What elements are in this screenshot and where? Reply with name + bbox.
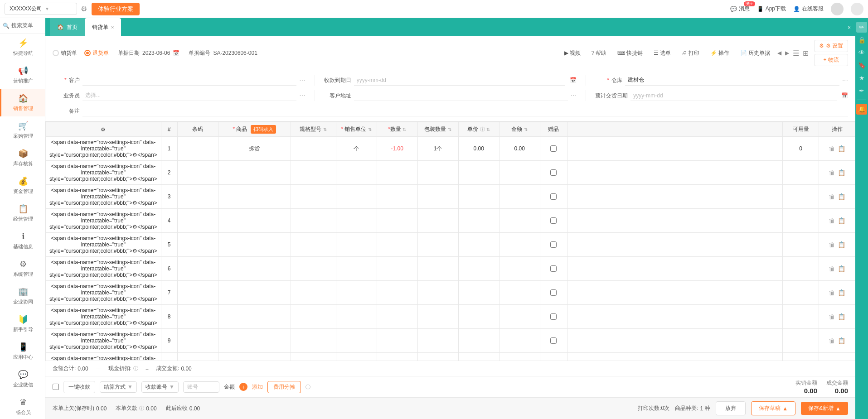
sidebar-item-basic-info[interactable]: ℹ 基础信息 xyxy=(0,227,45,255)
row-spec[interactable] xyxy=(291,281,336,305)
row-spec[interactable] xyxy=(291,185,336,209)
row-unit[interactable] xyxy=(336,281,377,305)
row-unit[interactable] xyxy=(336,305,377,329)
customer-input[interactable] xyxy=(82,75,296,86)
sidebar-item-marketing[interactable]: 📢 营销推广 xyxy=(0,61,45,89)
row-price[interactable] xyxy=(458,353,499,361)
one-key-checkbox[interactable] xyxy=(53,384,59,390)
gift-checkbox[interactable] xyxy=(550,241,557,248)
nav-prev-btn[interactable]: ◀ xyxy=(777,50,781,56)
row-spec[interactable] xyxy=(291,209,336,233)
gift-checkbox[interactable] xyxy=(550,193,557,200)
row-price[interactable] xyxy=(458,257,499,281)
sidebar-search[interactable]: 🔍 搜索菜单 xyxy=(0,18,45,34)
row-pack-qty[interactable] xyxy=(417,161,458,185)
expected-date-calendar-icon[interactable]: 📅 xyxy=(841,92,848,99)
right-panel-eye-btn[interactable]: 👁 xyxy=(856,47,867,58)
right-panel-bookmark-btn[interactable]: 🔖 xyxy=(856,60,867,71)
row-copy-icon[interactable]: 📋 xyxy=(838,169,845,176)
row-pack-qty[interactable] xyxy=(417,257,458,281)
sidebar-item-tutorial[interactable]: 🔰 新手引导 xyxy=(0,310,45,337)
row-spec[interactable] xyxy=(291,305,336,329)
row-price[interactable] xyxy=(458,185,499,209)
row-pack-qty[interactable] xyxy=(417,329,458,353)
trial-button[interactable]: 体验行业方案 xyxy=(92,3,140,15)
tab-sale-order[interactable]: 销货单 × xyxy=(85,18,121,36)
settings-gear-button[interactable]: ⚙ xyxy=(81,5,87,13)
row-spec[interactable] xyxy=(291,233,336,257)
row-spec[interactable] xyxy=(291,329,336,353)
one-key-btn[interactable]: 一键收款 xyxy=(63,381,95,393)
row-product[interactable] xyxy=(218,353,291,361)
row-qty[interactable] xyxy=(377,257,417,281)
customer-more-icon[interactable]: ··· xyxy=(299,76,305,84)
warehouse-more-icon[interactable]: ··· xyxy=(842,76,848,84)
payment-date-calendar-icon[interactable]: 📅 xyxy=(570,77,577,83)
gift-checkbox[interactable] xyxy=(550,145,557,152)
row-spec[interactable] xyxy=(291,257,336,281)
docno-value[interactable]: SA-20230606-001 xyxy=(213,50,257,56)
row-copy-icon[interactable]: 📋 xyxy=(838,241,845,248)
row-qty[interactable] xyxy=(377,353,417,361)
notifications-button[interactable]: 💬 消息 99+ xyxy=(730,5,750,13)
row-unit[interactable] xyxy=(336,257,377,281)
operations-btn[interactable]: ⚡ 操作 xyxy=(707,48,733,58)
abandon-btn[interactable]: 放弃 xyxy=(716,401,746,415)
right-panel-alert-btn[interactable]: 🔔 xyxy=(856,104,867,115)
row-delete-icon[interactable]: 🗑 xyxy=(829,241,835,248)
row-price[interactable] xyxy=(458,305,499,329)
row-spec[interactable] xyxy=(291,137,336,161)
row-barcode[interactable] xyxy=(177,353,218,361)
discount-info-icon[interactable]: ⓘ xyxy=(133,365,138,372)
row-barcode[interactable] xyxy=(177,185,218,209)
row-barcode[interactable] xyxy=(177,281,218,305)
fee-split-info-icon[interactable]: ⓘ xyxy=(305,384,310,390)
date-value[interactable]: 2023-06-06 xyxy=(142,50,170,56)
row-qty[interactable] xyxy=(377,305,417,329)
account-input[interactable]: 账号 xyxy=(183,381,219,393)
account-select[interactable]: 收款账号 ▼ xyxy=(141,381,179,393)
print-btn[interactable]: 🖨 打印 xyxy=(678,48,703,58)
payment-date-input[interactable]: yyyy-mm-dd xyxy=(354,75,566,86)
history-btn[interactable]: 📄 历史单据 xyxy=(737,48,774,58)
tab-close-icon[interactable]: × xyxy=(111,24,114,30)
scan-btn[interactable]: 扫码录入 xyxy=(251,125,276,134)
video-btn[interactable]: ▶ 视频 xyxy=(561,48,584,58)
row-copy-icon[interactable]: 📋 xyxy=(838,217,845,224)
app-download-button[interactable]: 📱 App下载 xyxy=(757,5,786,13)
salesperson-more-icon[interactable]: ··· xyxy=(299,92,305,100)
row-qty[interactable] xyxy=(377,281,417,305)
sidebar-item-sales[interactable]: 🏠 销售管理 xyxy=(0,89,45,116)
calendar-icon[interactable]: 📅 xyxy=(173,50,179,56)
customer-addr-input[interactable] xyxy=(354,90,568,101)
row-spec[interactable] xyxy=(291,161,336,185)
fee-split-btn[interactable]: 费用分摊 xyxy=(267,381,301,393)
row-barcode[interactable] xyxy=(177,137,218,161)
gift-checkbox[interactable] xyxy=(550,313,557,320)
row-qty[interactable] xyxy=(377,185,417,209)
tab-home[interactable]: 🏠 首页 xyxy=(50,18,85,36)
row-barcode[interactable] xyxy=(177,329,218,353)
row-qty[interactable] xyxy=(377,233,417,257)
view-list-btn[interactable]: ☰ xyxy=(793,49,799,58)
form-settings-btn[interactable]: ⚙ ⚙ 设置 xyxy=(814,40,848,52)
right-panel-edit-btn[interactable]: ✏ xyxy=(856,22,867,33)
warehouse-input[interactable]: 建材仓 xyxy=(625,75,839,86)
row-price[interactable] xyxy=(458,281,499,305)
sidebar-item-ops[interactable]: 📋 经营管理 xyxy=(0,199,45,227)
view-grid-btn[interactable]: ⊞ xyxy=(803,49,809,58)
row-qty[interactable] xyxy=(377,161,417,185)
sidebar-item-inventory[interactable]: 📦 库存核算 xyxy=(0,144,45,172)
help-btn[interactable]: ? 帮助 xyxy=(588,48,611,58)
row-amount[interactable] xyxy=(499,233,540,257)
expected-date-input[interactable]: yyyy-mm-dd xyxy=(630,90,837,101)
sidebar-item-wechat-biz[interactable]: 💬 企业微信 xyxy=(0,365,45,393)
row-pack-qty[interactable] xyxy=(417,281,458,305)
row-product[interactable] xyxy=(218,281,291,305)
gift-checkbox[interactable] xyxy=(550,217,557,224)
gift-checkbox[interactable] xyxy=(550,289,557,296)
row-delete-icon[interactable]: 🗑 xyxy=(829,169,835,176)
row-copy-icon[interactable]: 📋 xyxy=(838,337,845,344)
row-barcode[interactable] xyxy=(177,209,218,233)
row-unit[interactable] xyxy=(336,185,377,209)
